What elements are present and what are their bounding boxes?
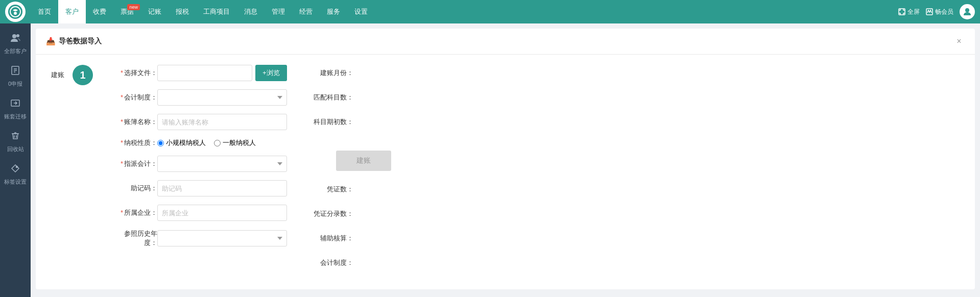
nav-client[interactable]: 客户 [58,0,86,23]
accounting-select[interactable] [157,89,287,106]
fullscreen-button[interactable]: 全屏 [898,8,920,16]
sidebar-item-zero-report[interactable]: 0申报 [0,60,31,93]
memo-code-label: 助记码： [111,184,157,193]
subject-initial-label: 科目期初数： [307,117,353,127]
auxiliary-label: 辅助核算： [307,234,353,243]
ledger-name-label: *账簿名称： [111,117,157,127]
zero-report-label: 0申报 [8,80,22,88]
nav-home[interactable]: 首页 [31,0,58,23]
dialog-title: 📥 导爸数据导入 [46,37,102,46]
nav-business[interactable]: 工商项目 [196,0,237,23]
accounting-label: *会计制度： [111,93,157,102]
sidebar-item-tag-settings[interactable]: 标签设置 [0,158,31,191]
recycle-bin-label: 回收站 [7,145,24,153]
company-label: *所属企业： [111,208,157,217]
tax-type-label: *纳税性质： [111,138,157,147]
tag-settings-icon [10,163,20,176]
sidebar: 全部客户 0申报 账套迁移 [0,23,31,297]
accounting-system-row: *会计制度： [111,89,287,106]
radio-small-scale-input[interactable] [157,140,164,146]
sidebar-item-all-clients[interactable]: 全部客户 [0,28,31,60]
history-year-row: 参照历史年度： [111,229,287,247]
nav-service[interactable]: 服务 [320,0,347,23]
nav-invoice[interactable]: 票据 new [113,0,141,23]
nav-right-section: 全屏 畅会员 [898,4,975,19]
nav-operation[interactable]: 经营 [292,0,320,23]
build-month-label: 建账月份： [307,68,353,78]
svg-point-1 [14,12,17,15]
tag-settings-label: 标签设置 [4,178,27,186]
account-migration-icon [10,98,20,111]
ledger-name-row: *账簿名称： [111,114,287,130]
svg-point-5 [12,34,16,38]
svg-point-6 [16,34,19,37]
voucher-count-row: 凭证数： [307,181,420,197]
account-migration-label: 账套迁移 [4,113,27,120]
nav-bookkeeping[interactable]: 记账 [141,0,169,23]
accounting-system-info-row: 会计制度： [307,255,420,271]
nav-message[interactable]: 消息 [237,0,265,23]
zero-report-icon [10,65,20,78]
file-text-input[interactable] [157,65,252,81]
step-section: 建账 1 [51,65,93,85]
dialog-panel: 📥 导爸数据导入 × 建账 1 [36,29,975,289]
radio-general-input[interactable] [214,140,221,146]
step-badge: 1 [73,65,93,85]
assign-accountant-select[interactable] [157,156,287,172]
logo[interactable] [5,2,26,22]
sidebar-item-account-migration[interactable]: 账套迁移 [0,93,31,126]
tax-type-row: *纳税性质： 小规模纳税人 一般纳税人 [111,138,287,147]
new-badge: new [127,4,140,10]
top-navigation: 首页 客户 收费 票据 new 记账 报税 工商项目 消息 管理 经营 服务 设… [0,0,980,23]
all-clients-label: 全部客户 [4,47,27,55]
build-account-button[interactable]: 建账 [336,151,391,171]
company-row: *所属企业： [111,205,287,221]
memo-code-input[interactable] [157,180,287,196]
company-input[interactable] [157,205,287,221]
subject-initial-row: 科目期初数： [307,114,420,130]
user-avatar[interactable] [960,4,975,19]
match-subject-label: 匹配科目数： [307,93,353,102]
file-label: *选择文件： [111,68,157,78]
nav-settings[interactable]: 设置 [347,0,375,23]
nav-menu: 首页 客户 收费 票据 new 记账 报税 工商项目 消息 管理 经营 服务 设… [31,0,898,23]
recycle-bin-icon [10,131,20,143]
content-area: 📥 导爸数据导入 × 建账 1 [31,23,980,297]
auxiliary-row: 辅助核算： [307,230,420,246]
nav-management[interactable]: 管理 [265,0,292,23]
ledger-name-input[interactable] [157,114,287,130]
file-input-group: +浏览 [157,65,287,81]
radio-general[interactable]: 一般纳税人 [214,138,256,147]
nav-fee[interactable]: 收费 [86,0,113,23]
svg-point-4 [965,8,969,12]
voucher-count-label: 凭证数： [307,185,353,194]
import-icon: 📥 [46,37,56,46]
file-select-row: *选择文件： +浏览 [111,65,287,81]
assign-accountant-label: *指派会计： [111,159,157,168]
info-section: 建账月份： 匹配科目数： 科目期初数： 建账 [307,65,420,279]
close-button[interactable]: × [953,36,965,47]
history-year-select[interactable] [157,230,287,246]
nav-tax[interactable]: 报税 [169,0,196,23]
form-section: *选择文件： +浏览 *会计制度： [111,65,287,256]
main-layout: 全部客户 0申报 账套迁移 [0,23,980,297]
accounting-system-info-label: 会计制度： [307,258,353,267]
logo-icon [8,5,22,19]
dialog-header: 📥 导爸数据导入 × [36,29,975,55]
vip-button[interactable]: 畅会员 [926,8,953,16]
all-clients-icon [10,33,20,45]
voucher-entries-label: 凭证分录数： [307,209,353,218]
memo-code-row: 助记码： [111,180,287,196]
sidebar-item-recycle-bin[interactable]: 回收站 [0,126,31,158]
dialog-body: 建账 1 *选择文件： +浏览 [36,55,975,289]
assign-accountant-row: *指派会计： [111,156,287,172]
build-month-row: 建账月份： [307,65,420,81]
svg-point-14 [16,166,18,168]
step-label: 建账 [51,70,64,80]
svg-rect-2 [899,9,905,15]
match-subject-row: 匹配科目数： [307,89,420,106]
tax-radio-group: 小规模纳税人 一般纳税人 [157,138,256,147]
voucher-entries-row: 凭证分录数： [307,206,420,222]
radio-small-scale[interactable]: 小规模纳税人 [157,138,206,147]
browse-button[interactable]: +浏览 [255,65,287,81]
